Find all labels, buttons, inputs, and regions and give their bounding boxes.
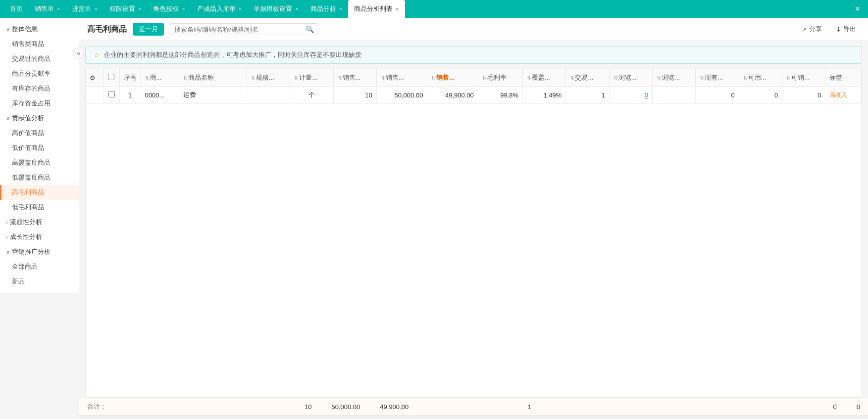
col-coverage[interactable]: ⇅覆盖...	[523, 69, 566, 87]
nav-item-sales[interactable]: 销售单 ×	[29, 0, 66, 18]
expand-icon: ›	[6, 219, 8, 225]
cell-trade: 1	[566, 87, 609, 104]
nav-item-analysis-list[interactable]: 商品分析列表 ×	[348, 0, 405, 18]
sidebar-section-marketing[interactable]: ∨ 营销推广分析	[0, 244, 79, 259]
sidebar-section-trend[interactable]: › 流趋性分析	[0, 215, 79, 230]
nav-item-purchase[interactable]: 进货单 ×	[66, 0, 103, 18]
sidebar-section-growth[interactable]: › 成长性分析	[0, 230, 79, 244]
row-checkbox[interactable]	[108, 91, 115, 97]
sidebar-item-all-goods[interactable]: 全部商品	[0, 259, 79, 274]
nav-item-product-in[interactable]: 产成品入库单 ×	[191, 0, 248, 18]
col-available[interactable]: ⇅可用...	[739, 69, 782, 87]
nav-item-permissions[interactable]: 权限设置 ×	[103, 0, 147, 18]
close-icon[interactable]: ×	[94, 6, 97, 12]
sidebar-item-new-goods[interactable]: 新品	[0, 274, 79, 289]
sidebar-item-high-margin[interactable]: 高毛利商品	[0, 185, 79, 200]
data-table-container: ⚙ 序号 ⇅商... ⇅商品名称 ⇅规格... ⇅计量... ⇅销售... ⇅销…	[85, 69, 862, 398]
cell-tag: 高收入	[825, 87, 862, 104]
sidebar-item-in-stock[interactable]: 有库存的商品	[0, 81, 79, 96]
col-checkbox	[103, 69, 119, 87]
data-table: ⚙ 序号 ⇅商... ⇅商品名称 ⇅规格... ⇅计量... ⇅销售... ⇅销…	[86, 69, 862, 104]
expand-icon: ∨	[6, 249, 10, 255]
expand-icon: ∨	[6, 26, 10, 33]
search-icon[interactable]: 🔍	[306, 25, 314, 33]
col-view1[interactable]: ⇅浏览...	[609, 69, 652, 87]
nav-item-home[interactable]: 首页	[4, 0, 29, 18]
sidebar-section-overall[interactable]: ∨ 整体信息	[0, 22, 79, 37]
header-actions: ↗ 分享 ⬇ 导出	[798, 23, 860, 36]
col-gross-margin[interactable]: ⇅毛利率	[478, 69, 522, 87]
sidebar-collapse-button[interactable]: «	[73, 47, 84, 58]
col-sales-cost[interactable]: ⇅销售...	[427, 69, 478, 87]
horizontal-scrollbar[interactable]	[79, 415, 868, 419]
close-icon[interactable]: ×	[339, 6, 342, 12]
sidebar-item-contribution[interactable]: 商品分贡献率	[0, 66, 79, 81]
footer-trade: 1	[527, 403, 531, 411]
search-box: 🔍	[170, 23, 318, 35]
col-trade[interactable]: ⇅交易...	[566, 69, 609, 87]
col-index: 序号	[119, 69, 141, 87]
col-saleable[interactable]: ⇅可销...	[782, 69, 825, 87]
cell-sales-qty: 10	[333, 87, 376, 104]
tip-icon: ☆	[94, 51, 100, 59]
close-all-button[interactable]: ×	[851, 4, 864, 14]
cell-name: 运费	[179, 87, 247, 104]
expand-icon: ›	[6, 234, 8, 240]
filter-period-button[interactable]: 近一月	[133, 23, 164, 36]
content-area: 高毛利商品 近一月 🔍 ↗ 分享 ⬇ 导出 ☆ 企业的主要的利润都是这部分商品创…	[79, 18, 868, 419]
nav-item-template[interactable]: 单据模板设置 ×	[248, 0, 304, 18]
content-header: 高毛利商品 近一月 🔍 ↗ 分享 ⬇ 导出	[79, 18, 868, 41]
cell-settings	[86, 87, 103, 104]
sidebar-section-contribution[interactable]: ∨ 贡献值分析	[0, 111, 79, 126]
close-icon[interactable]: ×	[295, 6, 298, 12]
col-settings[interactable]: ⚙	[86, 69, 103, 87]
col-sales-qty[interactable]: ⇅销售...	[333, 69, 376, 87]
cell-spec	[247, 87, 290, 104]
col-code[interactable]: ⇅商...	[141, 69, 179, 87]
col-spec[interactable]: ⇅规格...	[247, 69, 290, 87]
cell-view1[interactable]: 0	[609, 87, 652, 104]
close-icon[interactable]: ×	[239, 6, 242, 12]
footer-label: 合计：	[87, 402, 106, 411]
footer-sales-qty: 10	[305, 403, 311, 411]
table-row: 1 0000... 运费 个 10 50,000.00 49,900.00 99…	[86, 87, 862, 104]
sidebar-item-low-value[interactable]: 低价值商品	[0, 140, 79, 155]
sidebar-item-high-value[interactable]: 高价值商品	[0, 126, 79, 140]
cell-code: 0000...	[141, 87, 179, 104]
cell-index: 1	[119, 87, 141, 104]
expand-icon: ∨	[6, 115, 10, 122]
col-name[interactable]: ⇅商品名称	[179, 69, 247, 87]
close-icon[interactable]: ×	[57, 6, 60, 12]
sidebar-item-stock-capital[interactable]: 库存资金占用	[0, 96, 79, 111]
col-unit[interactable]: ⇅计量...	[290, 69, 333, 87]
col-sales-amount[interactable]: ⇅销售...	[376, 69, 427, 87]
table-header-row: ⚙ 序号 ⇅商... ⇅商品名称 ⇅规格... ⇅计量... ⇅销售... ⇅销…	[86, 69, 862, 87]
footer-current-stock: 0	[833, 403, 837, 411]
search-input[interactable]	[174, 26, 306, 33]
close-icon[interactable]: ×	[182, 6, 185, 12]
footer-available: 0	[857, 403, 860, 411]
close-icon[interactable]: ×	[138, 6, 141, 12]
close-icon[interactable]: ×	[396, 6, 399, 12]
share-button[interactable]: ↗ 分享	[798, 23, 826, 36]
nav-item-roles[interactable]: 角色授权 ×	[147, 0, 191, 18]
top-navigation: 首页 销售单 × 进货单 × 权限设置 × 角色授权 × 产成品入库单 × 单据…	[0, 0, 868, 18]
cell-saleable: 0	[782, 87, 825, 104]
export-icon: ⬇	[836, 26, 841, 33]
share-icon: ↗	[802, 26, 807, 33]
nav-item-analysis[interactable]: 商品分析 ×	[305, 0, 348, 18]
select-all-checkbox[interactable]	[108, 74, 114, 80]
footer-sales-cost: 49,900.00	[380, 403, 408, 411]
export-button[interactable]: ⬇ 导出	[832, 23, 860, 36]
col-view2[interactable]: ⇅浏览...	[653, 69, 696, 87]
sidebar-item-sales-goods[interactable]: 销售类商品	[0, 37, 79, 51]
sidebar-item-low-margin[interactable]: 低毛利商品	[0, 200, 79, 215]
sidebar-item-low-coverage[interactable]: 低覆盖度商品	[0, 170, 79, 185]
sidebar-item-traded-goods[interactable]: 交易过的商品	[0, 51, 79, 66]
sidebar: ∨ 整体信息 销售类商品 交易过的商品 商品分贡献率 有库存的商品 库存资金占用…	[0, 18, 79, 293]
sidebar-item-high-coverage[interactable]: 高覆盖度商品	[0, 155, 79, 170]
cell-gross-margin: 99.8%	[478, 87, 522, 104]
page-title: 高毛利商品	[87, 24, 127, 35]
col-current-stock[interactable]: ⇅现有...	[696, 69, 739, 87]
cell-checkbox	[103, 87, 119, 104]
